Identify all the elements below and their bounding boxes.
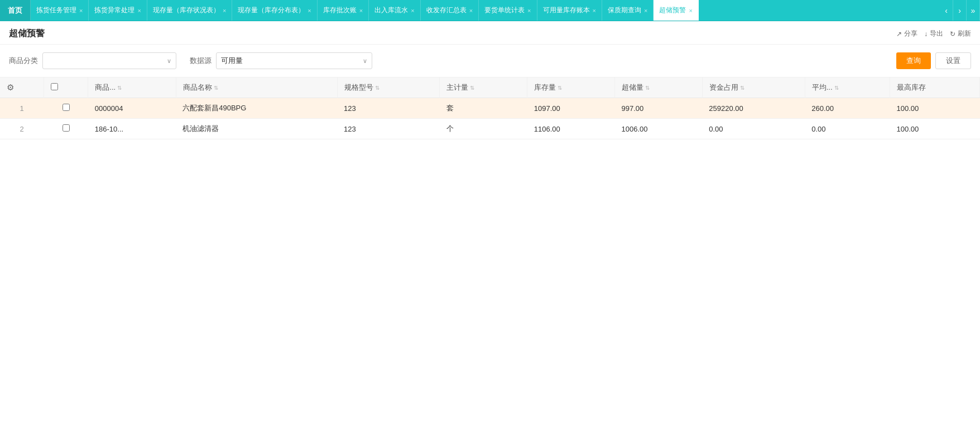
close-tab-icon[interactable]: × bbox=[469, 7, 473, 14]
nav-tab-拣货任务管理[interactable]: 拣货任务管理× bbox=[31, 0, 89, 21]
sort-icon-spec: ⇅ bbox=[375, 85, 379, 91]
nav-next-arrow[interactable]: › bbox=[953, 0, 967, 21]
page-header: 超储预警 ↗ 分享 ↓ 导出 ↻ 刷新 bbox=[0, 21, 980, 45]
col-settings: ⚙ bbox=[0, 77, 44, 98]
close-tab-icon[interactable]: × bbox=[137, 7, 141, 14]
capital-cell: 0.00 bbox=[702, 119, 805, 139]
settings-button[interactable]: 设置 bbox=[935, 52, 971, 69]
close-tab-icon[interactable]: × bbox=[359, 7, 363, 14]
over-stock-cell: 1006.00 bbox=[615, 119, 703, 139]
close-tab-icon[interactable]: × bbox=[644, 7, 647, 14]
nav-tab-收发存汇总表[interactable]: 收发存汇总表× bbox=[421, 0, 479, 21]
datasource-label: 数据源 bbox=[190, 56, 212, 66]
sort-icon-product-name: ⇅ bbox=[214, 85, 218, 91]
page-container: 超储预警 ↗ 分享 ↓ 导出 ↻ 刷新 商品分类 ∨ 数据源 bbox=[0, 21, 980, 446]
nav-tab-保质期查询[interactable]: 保质期查询× bbox=[602, 0, 654, 21]
row-checkbox-cell bbox=[44, 119, 88, 139]
col-max-stock[interactable]: 最高库存 bbox=[890, 77, 979, 98]
product-category-label: 商品分类 bbox=[9, 56, 38, 66]
row-number: 1 bbox=[0, 98, 44, 119]
product-category-select[interactable]: ∨ bbox=[42, 52, 176, 69]
avg-price-cell: 0.00 bbox=[805, 119, 890, 139]
share-button[interactable]: ↗ 分享 bbox=[896, 29, 917, 38]
nav-tab-现存量-库存分布表-[interactable]: 现存量（库存分布表）× bbox=[232, 0, 317, 21]
refresh-icon: ↻ bbox=[950, 30, 955, 38]
row-checkbox-cell bbox=[44, 98, 88, 119]
nav-tab-出入库流水[interactable]: 出入库流水× bbox=[369, 0, 420, 21]
col-stock[interactable]: 库存量 ⇅ bbox=[527, 77, 615, 98]
data-table: ⚙ 商品... ⇅ 商品名称 ⇅ bbox=[0, 77, 980, 139]
product-category-filter: 商品分类 ∨ bbox=[9, 52, 176, 69]
share-icon: ↗ bbox=[896, 30, 902, 38]
product-code-cell: 0000004 bbox=[88, 98, 176, 119]
stock-cell: 1106.00 bbox=[527, 119, 615, 139]
select-all-checkbox[interactable] bbox=[51, 83, 58, 90]
max-stock-cell: 100.00 bbox=[890, 98, 979, 119]
over-stock-cell: 997.00 bbox=[615, 98, 703, 119]
row-checkbox[interactable] bbox=[63, 124, 70, 132]
row-number: 2 bbox=[0, 119, 44, 139]
close-tab-icon[interactable]: × bbox=[593, 7, 596, 14]
nav-tab-可用量库存账本[interactable]: 可用量库存账本× bbox=[537, 0, 602, 21]
nav-tab-超储预警[interactable]: 超储预警× bbox=[654, 0, 698, 21]
header-actions: ↗ 分享 ↓ 导出 ↻ 刷新 bbox=[896, 29, 971, 38]
datasource-select[interactable]: 可用量 ∨ bbox=[216, 52, 372, 69]
page-title: 超储预警 bbox=[9, 28, 45, 40]
table-row: 2 186-10... 机油滤清器 123 个 1106.00 1006.00 … bbox=[0, 119, 980, 139]
close-tab-icon[interactable]: × bbox=[308, 7, 311, 14]
close-tab-icon[interactable]: × bbox=[411, 7, 414, 14]
col-over-stock[interactable]: 超储量 ⇅ bbox=[615, 77, 703, 98]
nav-tab-现存量-库存状况表-[interactable]: 现存量（库存状况表）× bbox=[147, 0, 232, 21]
close-tab-icon[interactable]: × bbox=[527, 7, 531, 14]
avg-price-cell: 260.00 bbox=[805, 98, 890, 119]
close-tab-icon[interactable]: × bbox=[79, 7, 83, 14]
col-spec[interactable]: 规格型号 ⇅ bbox=[337, 77, 440, 98]
col-unit[interactable]: 主计量 ⇅ bbox=[440, 77, 527, 98]
product-name-cell: 六配套新昌490BPG bbox=[176, 98, 337, 119]
product-name-cell: 机油滤清器 bbox=[176, 119, 337, 139]
col-checkbox bbox=[44, 77, 88, 98]
nav-tab-拣货异常处理[interactable]: 拣货异常处理× bbox=[89, 0, 147, 21]
close-tab-icon[interactable]: × bbox=[223, 7, 226, 14]
close-tab-icon[interactable]: × bbox=[689, 7, 692, 14]
sort-icon-product-code: ⇅ bbox=[117, 85, 122, 91]
nav-prev-arrow[interactable]: ‹ bbox=[940, 0, 953, 21]
table-container: ⚙ 商品... ⇅ 商品名称 ⇅ bbox=[0, 77, 980, 139]
export-icon: ↓ bbox=[924, 30, 928, 38]
unit-cell: 套 bbox=[440, 98, 527, 119]
nav-last-arrow[interactable]: » bbox=[967, 0, 980, 21]
col-product-code[interactable]: 商品... ⇅ bbox=[88, 77, 176, 98]
query-button[interactable]: 查询 bbox=[896, 52, 931, 69]
sort-icon-capital: ⇅ bbox=[740, 85, 744, 91]
refresh-button[interactable]: ↻ 刷新 bbox=[950, 29, 971, 38]
sort-icon-stock: ⇅ bbox=[558, 85, 562, 91]
stock-cell: 1097.00 bbox=[527, 98, 615, 119]
product-code-cell: 186-10... bbox=[88, 119, 176, 139]
column-settings-gear-icon[interactable]: ⚙ bbox=[7, 83, 14, 92]
max-stock-cell: 100.00 bbox=[890, 119, 979, 139]
nav-tab-要货单统计表[interactable]: 要货单统计表× bbox=[479, 0, 537, 21]
table-header-row: ⚙ 商品... ⇅ 商品名称 ⇅ bbox=[0, 77, 980, 98]
export-button[interactable]: ↓ 导出 bbox=[924, 29, 943, 38]
unit-cell: 个 bbox=[440, 119, 527, 139]
sort-icon-unit: ⇅ bbox=[470, 85, 474, 91]
sort-icon-avg-price: ⇅ bbox=[834, 85, 839, 91]
col-avg-price[interactable]: 平均... ⇅ bbox=[805, 77, 890, 98]
row-checkbox[interactable] bbox=[63, 104, 70, 111]
chevron-down-icon: ∨ bbox=[167, 57, 171, 65]
spec-cell: 123 bbox=[337, 98, 440, 119]
datasource-chevron-icon: ∨ bbox=[363, 57, 367, 65]
col-capital[interactable]: 资金占用 ⇅ bbox=[702, 77, 805, 98]
nav-tab-库存批次账[interactable]: 库存批次账× bbox=[318, 0, 369, 21]
filters-bar: 商品分类 ∨ 数据源 可用量 ∨ 查询 设置 bbox=[0, 45, 980, 77]
filter-actions: 查询 设置 bbox=[896, 52, 971, 69]
top-navigation: 首页 拣货任务管理×拣货异常处理×现存量（库存状况表）×现存量（库存分布表）×库… bbox=[0, 0, 980, 21]
datasource-filter: 数据源 可用量 ∨ bbox=[190, 52, 372, 69]
table-row: 1 0000004 六配套新昌490BPG 123 套 1097.00 997.… bbox=[0, 98, 980, 119]
sort-icon-over-stock: ⇅ bbox=[645, 85, 650, 91]
nav-home[interactable]: 首页 bbox=[0, 0, 31, 21]
col-product-name[interactable]: 商品名称 ⇅ bbox=[176, 77, 337, 98]
spec-cell: 123 bbox=[337, 119, 440, 139]
capital-cell: 259220.00 bbox=[702, 98, 805, 119]
